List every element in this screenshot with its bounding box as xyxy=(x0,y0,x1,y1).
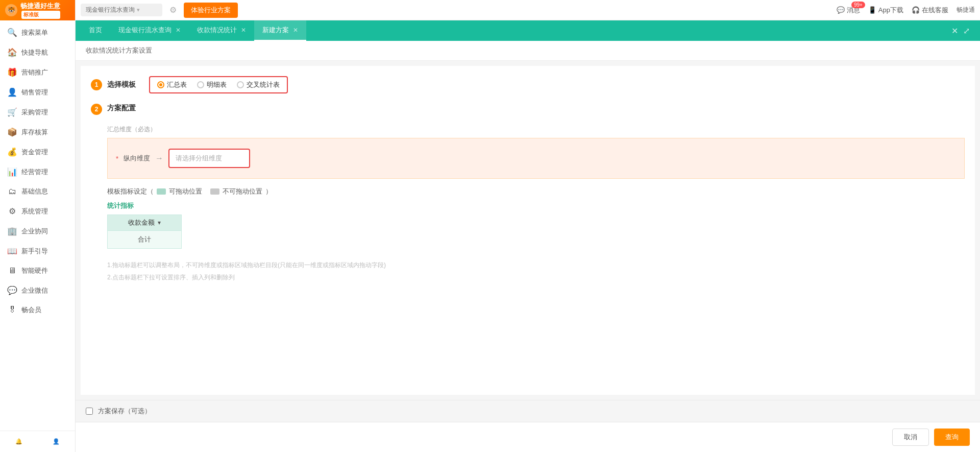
sidebar-item-sales[interactable]: 👤 销售管理 xyxy=(0,82,75,102)
cancel-button[interactable]: 取消 xyxy=(892,429,929,446)
radio-dot-cross xyxy=(237,81,244,88)
dimension-grid: * 纵向维度 → 请选择分组维度 xyxy=(107,138,965,179)
tab-cash-bank[interactable]: 现金银行流水查询 ✕ xyxy=(110,20,189,41)
home-icon: 🏠 xyxy=(7,47,17,57)
sidebar-item-system[interactable]: ⚙ 系统管理 xyxy=(0,201,75,221)
indicator-label-start: 模板指标设定（ xyxy=(107,187,154,196)
nondraggable-legend-color xyxy=(210,188,219,195)
stats-indicator-label: 统计指标 xyxy=(107,201,965,210)
chart-icon: 📊 xyxy=(7,167,17,177)
sidebar-item-inventory[interactable]: 📦 库存核算 xyxy=(0,122,75,142)
customer-service-btn[interactable]: 🎧 在线客服 xyxy=(912,6,948,15)
save-checkbox[interactable] xyxy=(86,408,93,415)
sidebar-footer: 🔔 👤 xyxy=(0,431,75,452)
sidebar-item-member[interactable]: 🎖 畅会员 xyxy=(0,300,75,320)
indicator-label-end: ） xyxy=(265,187,272,196)
dimension-select[interactable]: 请选择分组维度 xyxy=(168,149,250,168)
money-icon: 💰 xyxy=(7,147,17,157)
draggable-legend-color xyxy=(157,188,166,195)
bell-icon: 💬 xyxy=(837,6,845,14)
user-name[interactable]: 畅捷通 xyxy=(957,6,975,14)
dimension-section: 汇总维度（必选） * 纵向维度 → 请选择分组维度 xyxy=(107,125,965,179)
sidebar-item-guide[interactable]: 📖 新手引导 xyxy=(0,241,75,261)
indicator-section: 模板指标设定（ 可拖动位置 不可拖动位置 ） 统计指标 收款金额 ▾ xyxy=(107,187,965,249)
cart-icon: 🛒 xyxy=(7,107,17,117)
sidebar-item-finance[interactable]: 💰 资金管理 xyxy=(0,142,75,162)
radio-summary[interactable]: 汇总表 xyxy=(157,80,187,89)
tab-home[interactable]: 首页 xyxy=(81,20,110,41)
building-icon: 🏢 xyxy=(7,226,17,236)
folder-icon: 🗂 xyxy=(7,187,17,196)
close-window-btn[interactable]: ✕ xyxy=(951,26,958,36)
arrow-icon: → xyxy=(155,154,163,163)
nondraggable-legend-label: 不可拖动位置 xyxy=(223,187,262,196)
sidebar-header: 🐯 畅捷通好生意 标准版 xyxy=(0,0,75,20)
monitor-icon: 🖥 xyxy=(7,266,17,275)
indicator-table: 收款金额 ▾ 合计 xyxy=(107,215,182,249)
sidebar-footer-btn-1[interactable]: 🔔 xyxy=(0,435,38,448)
footer-buttons: 取消 查询 xyxy=(76,422,980,452)
radio-detail[interactable]: 明细表 xyxy=(197,80,227,89)
settings-icon: ⚙ xyxy=(7,206,17,216)
sidebar-footer-btn-2[interactable]: 👤 xyxy=(38,435,76,448)
sidebar-item-operations[interactable]: 📊 经营管理 xyxy=(0,162,75,182)
topbar: 现金银行流水查询 ▾ ⚙ 体验行业方案 💬 消息 99+ 📱 App下载 🎧 在… xyxy=(76,0,980,20)
required-mark: * xyxy=(116,155,118,162)
sidebar-item-marketing[interactable]: 🎁 营销推广 xyxy=(0,62,75,82)
breadcrumb: 现金银行流水查询 ▾ xyxy=(81,4,162,16)
medal-icon: 🎖 xyxy=(7,305,17,315)
sidebar-item-wechat[interactable]: 💬 企业微信 xyxy=(0,280,75,300)
template-radio-group: 汇总表 明细表 交叉统计表 xyxy=(149,76,288,93)
page-header: 收款情况统计方案设置 xyxy=(76,41,980,61)
headset-icon: 🎧 xyxy=(912,6,920,14)
chevron-down-icon: ▾ xyxy=(158,219,161,226)
tab-collection-stat[interactable]: 收款情况统计 ✕ xyxy=(189,20,254,41)
sidebar-item-enterprise[interactable]: 🏢 企业协同 xyxy=(0,221,75,241)
search-menu-icon: 🔍 xyxy=(7,28,17,37)
step1-label: 选择模板 xyxy=(107,80,136,89)
indicator-header[interactable]: 收款金额 ▾ xyxy=(108,215,181,231)
tab-new-plan[interactable]: 新建方案 ✕ xyxy=(254,20,306,41)
breadcrumb-dropdown[interactable]: ▾ xyxy=(137,7,140,13)
book-icon: 📖 xyxy=(7,246,17,256)
user-icon: 👤 xyxy=(7,87,17,97)
radio-dot-detail xyxy=(197,81,204,88)
sidebar-nav: 🔍 搜索菜单 🏠 快捷导航 🎁 营销推广 👤 销售管理 🛒 采购管理 📦 库存核… xyxy=(0,20,75,431)
sidebar-item-basic-info[interactable]: 🗂 基础信息 xyxy=(0,182,75,201)
sidebar: 🐯 畅捷通好生意 标准版 🔍 搜索菜单 🏠 快捷导航 🎁 营销推广 👤 销售管理… xyxy=(0,0,76,452)
main-area: 现金银行流水查询 ▾ ⚙ 体验行业方案 💬 消息 99+ 📱 App下载 🎧 在… xyxy=(76,0,980,452)
topbar-actions: 💬 消息 99+ 📱 App下载 🎧 在线客服 畅捷通 xyxy=(837,6,975,15)
sidebar-item-search-menu[interactable]: 🔍 搜索菜单 xyxy=(0,22,75,42)
sidebar-item-quick-nav[interactable]: 🏠 快捷导航 xyxy=(0,42,75,62)
sidebar-item-hardware[interactable]: 🖥 智能硬件 xyxy=(0,261,75,280)
content-area: 收款情况统计方案设置 1 选择模板 汇总表 明细表 xyxy=(76,41,980,452)
notification-btn[interactable]: 💬 消息 99+ xyxy=(837,6,860,15)
maximize-window-btn[interactable]: ⤢ xyxy=(963,26,970,36)
query-button[interactable]: 查询 xyxy=(934,429,970,446)
draggable-legend-label: 可拖动位置 xyxy=(169,187,202,196)
gear-icon[interactable]: ⚙ xyxy=(167,3,179,17)
chat-icon: 💬 xyxy=(7,286,17,295)
box-icon: 📦 xyxy=(7,127,17,137)
step2-label: 方案配置 xyxy=(107,104,136,113)
tab-new-plan-close[interactable]: ✕ xyxy=(293,27,298,34)
tab-collection-stat-close[interactable]: ✕ xyxy=(241,27,246,34)
step1-row: 1 选择模板 汇总表 明细表 交叉统计表 xyxy=(91,76,965,93)
step1-badge: 1 xyxy=(91,79,102,90)
industry-btn[interactable]: 体验行业方案 xyxy=(184,3,238,18)
gift-icon: 🎁 xyxy=(7,67,17,77)
indicator-total-row: 合计 xyxy=(108,231,181,248)
vertical-dim-label: 纵向维度 xyxy=(124,154,150,163)
radio-cross[interactable]: 交叉统计表 xyxy=(237,80,280,89)
tabs-bar: 首页 现金银行流水查询 ✕ 收款情况统计 ✕ 新建方案 ✕ ✕ ⤢ xyxy=(76,20,980,41)
sidebar-item-purchase[interactable]: 🛒 采购管理 xyxy=(0,102,75,122)
logo-icon: 🐯 xyxy=(5,4,17,16)
download-icon: 📱 xyxy=(868,6,876,14)
tab-cash-bank-close[interactable]: ✕ xyxy=(176,27,181,34)
window-controls: ✕ ⤢ xyxy=(951,20,975,41)
tip-line-1: 1.拖动标题栏可以调整布局，不可跨维度或指标区域拖动栏目段(只能在同一维度或指标… xyxy=(107,259,965,271)
radio-dot-summary xyxy=(157,81,164,88)
save-label: 方案保存（可选） xyxy=(98,407,151,416)
download-btn[interactable]: 📱 App下载 xyxy=(868,6,903,15)
tips-section: 1.拖动标题栏可以调整布局，不可跨维度或指标区域拖动栏目段(只能在同一维度或指标… xyxy=(107,259,965,283)
